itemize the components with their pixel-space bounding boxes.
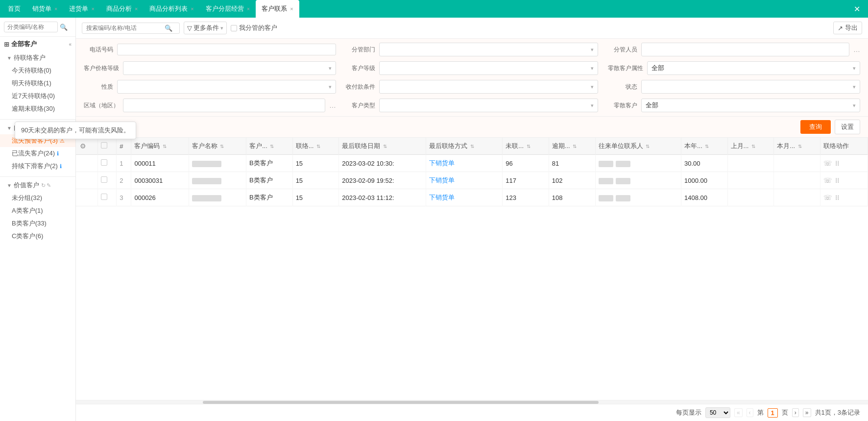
th-this-year[interactable]: 本年... ⇅ (681, 138, 727, 155)
td-settings-3 (76, 189, 97, 206)
sidebar-group-value-title[interactable]: ▼ 价值客户 ↻ ✎ (0, 179, 75, 192)
sidebar-item-tomorrow[interactable]: 明天待联络(1) (0, 77, 75, 90)
th-last-date[interactable]: 最后联络日期 ⇅ (339, 138, 426, 155)
tab-bar: 首页 销货单 × 进货单 × 商品分析 × 商品分析列表 × 客户分层经营 × … (0, 0, 868, 18)
sidebar-group-pending-title[interactable]: ▼ 待联络客户 (0, 51, 75, 64)
row3-checkbox[interactable] (101, 194, 107, 200)
sidebar-item-7days[interactable]: 近7天待联络(0) (0, 90, 75, 102)
action-phone-icon-3[interactable]: ☏ (823, 194, 832, 201)
way-link-3[interactable]: 下销货单 (429, 194, 455, 201)
th-overdue[interactable]: 逾期... ⇅ (549, 138, 595, 155)
sidebar-item-today[interactable]: 今天待联络(0) (0, 64, 75, 77)
sidebar-item-a-class[interactable]: A类客户(1) (0, 204, 75, 217)
way-link-1[interactable]: 下销货单 (429, 159, 455, 167)
sidebar-item-b-class[interactable]: B类客户(33) (0, 217, 75, 230)
sidebar-search-input[interactable] (4, 22, 58, 32)
sidebar-item-overdue-contact[interactable]: 逾期未联络(30) (0, 102, 75, 115)
customer-level-select[interactable]: ▾ (379, 61, 598, 75)
next-page-button[interactable]: › (792, 408, 799, 417)
person-more-icon[interactable]: … (853, 46, 860, 53)
tab-sales-close[interactable]: × (54, 6, 57, 12)
nature-select[interactable]: ▾ (117, 80, 336, 94)
phone-input[interactable] (117, 44, 336, 55)
th-unit-contact[interactable]: 往来单位联系人 ⇅ (595, 138, 681, 155)
action-phone-icon-1[interactable]: ☏ (823, 159, 832, 167)
table-row: 3 000026 B类客户 15 2023-02-03 11:12: 下销货单 … (76, 189, 868, 206)
action-more-icon-2[interactable]: ⁞⁞ (835, 176, 839, 184)
td-not-contact-1: 96 (503, 155, 549, 172)
way-link-2[interactable]: 下销货单 (429, 176, 455, 184)
query-button[interactable]: 查询 (800, 120, 831, 134)
table-gear-icon[interactable]: ⚙ (80, 142, 86, 150)
window-close-button[interactable]: ✕ (848, 4, 866, 14)
per-page-select[interactable]: 50 100 (705, 407, 730, 418)
action-more-icon-3[interactable]: ⁞⁞ (835, 194, 839, 201)
search-input[interactable] (86, 25, 165, 31)
tab-customer-contact[interactable]: 客户联系 × (256, 0, 299, 18)
tab-purchase-close[interactable]: × (91, 6, 94, 12)
td-this-month-2 (774, 172, 820, 189)
th-code[interactable]: 客户编码 ⇅ (131, 138, 189, 155)
td-unit-1 (595, 155, 681, 172)
prev-page-button[interactable]: ‹ (747, 408, 753, 417)
filter-search-icon[interactable]: 🔍 (165, 25, 172, 32)
th-type[interactable]: 客户... ⇅ (246, 138, 292, 155)
dept-select[interactable]: ▾ (379, 43, 598, 56)
sidebar-item-declining[interactable]: 持续下滑客户(2) ℹ (0, 160, 75, 173)
settings-button[interactable]: 设置 (835, 120, 860, 134)
retail-attr-select[interactable]: 全部 ▾ (647, 61, 860, 75)
more-conditions-button[interactable]: ▽ 更多条件 ▾ (184, 22, 227, 34)
sidebar-item-c-class[interactable]: C类客户(6) (0, 230, 75, 243)
action-more-icon-1[interactable]: ⁞⁞ (835, 159, 839, 167)
scroll-thumb[interactable] (203, 401, 599, 404)
tab-goods-list-close[interactable]: × (191, 6, 193, 12)
tab-goods-analysis[interactable]: 商品分析 × (100, 0, 144, 18)
td-this-month-3 (774, 189, 820, 206)
tab-home[interactable]: 首页 (2, 0, 26, 18)
row1-checkbox[interactable] (101, 159, 107, 166)
person-select[interactable] (641, 43, 849, 56)
sidebar-group-value: ▼ 价值客户 ↻ ✎ 未分组(32) A类客户(1) B类客户(33) C类客户… (0, 179, 75, 243)
th-this-month[interactable]: 本月... ⇅ (774, 138, 820, 155)
value-refresh-icon[interactable]: ↻ (41, 182, 46, 189)
th-name[interactable]: 客户名称 ⇅ (189, 138, 246, 155)
sidebar-collapse-icon[interactable]: « (69, 42, 72, 47)
export-button[interactable]: ↗ 导出 (833, 22, 862, 34)
th-last-way[interactable]: 最后联络方式 ⇅ (426, 138, 503, 155)
first-page-button[interactable]: « (734, 408, 743, 417)
tab-purchase[interactable]: 进货单 × (63, 0, 100, 18)
last-page-button[interactable]: » (803, 408, 811, 417)
th-not-contact[interactable]: 未联... ⇅ (503, 138, 549, 155)
my-customers-checkbox[interactable] (231, 25, 237, 31)
price-level-select[interactable]: ▾ (123, 61, 336, 75)
sidebar-all-customers-title[interactable]: ⊞ 全部客户 « (0, 37, 75, 51)
my-customers-checkbox-wrap[interactable]: 我分管的客户 (231, 24, 277, 32)
header-checkbox[interactable] (101, 142, 107, 149)
horizontal-scrollbar[interactable] (76, 400, 868, 404)
td-action-2: ☏ ⁞⁞ (820, 172, 868, 189)
sidebar-item-ungroup[interactable]: 未分组(32) (0, 192, 75, 204)
tab-goods-analysis-close[interactable]: × (135, 6, 138, 12)
th-last-month[interactable]: 上月... ⇅ (727, 138, 774, 155)
retail-customer-select[interactable]: 全部 ▾ (641, 99, 860, 112)
status-select[interactable]: ▾ (641, 80, 860, 94)
payment-select[interactable]: ▾ (379, 80, 598, 94)
tab-goods-list[interactable]: 商品分析列表 × (144, 0, 199, 18)
tab-customer-layer-close[interactable]: × (247, 6, 250, 12)
content-area: 🔍 ▽ 更多条件 ▾ 我分管的客户 ↗ 导出 电话号码 (76, 18, 868, 421)
region-select[interactable] (123, 99, 325, 112)
action-phone-icon-2[interactable]: ☏ (823, 176, 832, 184)
th-contact[interactable]: 联络... ⇅ (292, 138, 339, 155)
export-icon: ↗ (838, 25, 843, 32)
filter-row-dept: 分管部门 ▾ (346, 43, 598, 56)
sidebar-divider-2 (0, 176, 75, 177)
sidebar-item-churned[interactable]: 已流失客户(24) ℹ (0, 147, 75, 160)
value-edit-icon[interactable]: ✎ (47, 182, 51, 189)
customer-type-select[interactable]: ▾ (379, 99, 598, 112)
td-index-2: 2 (117, 172, 131, 189)
tab-customer-contact-close[interactable]: × (290, 6, 293, 12)
tab-sales[interactable]: 销货单 × (26, 0, 63, 18)
tab-customer-layer[interactable]: 客户分层经营 × (200, 0, 256, 18)
row2-checkbox[interactable] (101, 176, 107, 183)
region-more-icon[interactable]: … (329, 101, 336, 109)
